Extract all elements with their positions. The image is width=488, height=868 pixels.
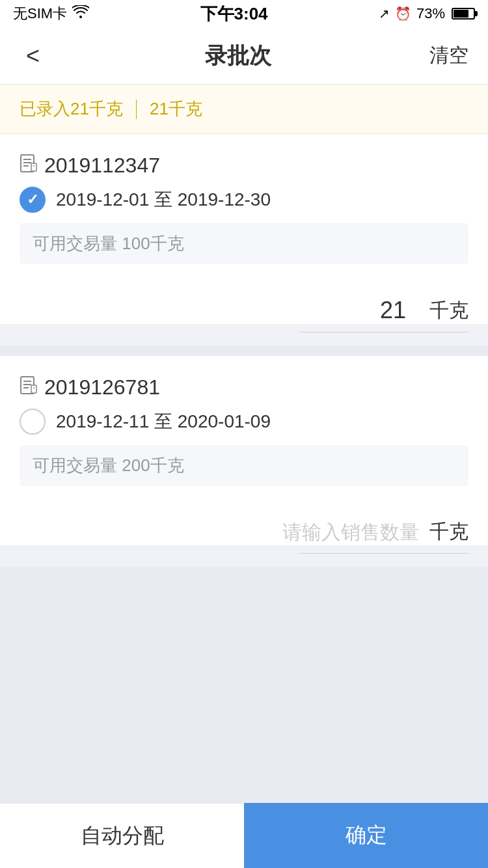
status-right: ↗ ⏰ 73% [379, 5, 475, 22]
carrier-text: 无SIM卡 [13, 4, 67, 23]
status-left: 无SIM卡 [13, 4, 89, 23]
page-title: 录批次 [205, 41, 271, 71]
batch-item-2: 2019126781 2019-12-11 至 2020-01-09 可用交易量… [0, 356, 488, 506]
available-qty-box-1: 可用交易量 100千克 [20, 223, 468, 264]
section-divider [0, 346, 488, 356]
qty-input-2[interactable] [20, 521, 419, 543]
batch-item-1: 2019112347 2019-12-01 至 2019-12-30 可用交易量… [0, 134, 488, 284]
back-button[interactable]: < [20, 36, 46, 76]
radio-button-2[interactable] [20, 409, 46, 435]
amount-value-1: 21 [380, 297, 406, 324]
status-time: 下午3:04 [200, 3, 268, 25]
batch-id-2: 2019126781 [44, 375, 160, 400]
batch-header-1: 2019112347 [20, 154, 468, 178]
svg-rect-10 [31, 385, 36, 393]
summary-bar: 已录入21千克 21千克 [0, 85, 488, 134]
batch-date-2: 2019-12-11 至 2020-01-09 [56, 409, 271, 434]
batch-doc-icon-2 [20, 376, 38, 399]
clear-button[interactable]: 清空 [429, 42, 468, 69]
summary-entered-label: 已录入21千克 [20, 98, 123, 120]
alarm-icon: ⏰ [395, 6, 411, 21]
status-bar: 无SIM卡 下午3:04 ↗ ⏰ 73% [0, 0, 488, 27]
input-unit-2: 千克 [429, 519, 468, 545]
auto-distribute-button[interactable]: 自动分配 [0, 803, 244, 868]
battery-icon [452, 8, 475, 20]
bottom-bar: 自动分配 确定 [0, 803, 488, 868]
available-qty-2: 可用交易量 200千克 [33, 455, 184, 475]
nav-bar: < 录批次 清空 [0, 27, 488, 85]
batch-date-row-1[interactable]: 2019-12-01 至 2019-12-30 [20, 187, 468, 213]
amount-row-1: 21 千克 [0, 284, 488, 324]
batch-date-1: 2019-12-01 至 2019-12-30 [56, 187, 271, 212]
available-qty-box-2: 可用交易量 200千克 [20, 445, 468, 486]
batch-date-row-2[interactable]: 2019-12-11 至 2020-01-09 [20, 409, 468, 435]
batch-header-2: 2019126781 [20, 375, 468, 400]
batch-doc-icon-1 [20, 154, 38, 177]
wifi-icon [72, 5, 89, 22]
radio-button-1[interactable] [20, 187, 46, 213]
amount-unit-1: 千克 [429, 297, 468, 324]
batch-id-1: 2019112347 [44, 154, 160, 178]
battery-percent: 73% [416, 5, 445, 22]
location-icon: ↗ [379, 6, 390, 21]
svg-rect-4 [31, 163, 36, 171]
summary-divider [136, 100, 137, 119]
available-qty-1: 可用交易量 100千克 [33, 234, 184, 253]
summary-amount: 21千克 [150, 98, 202, 120]
empty-area [0, 567, 488, 827]
confirm-button[interactable]: 确定 [244, 803, 488, 868]
input-row-2: 千克 [0, 506, 488, 545]
